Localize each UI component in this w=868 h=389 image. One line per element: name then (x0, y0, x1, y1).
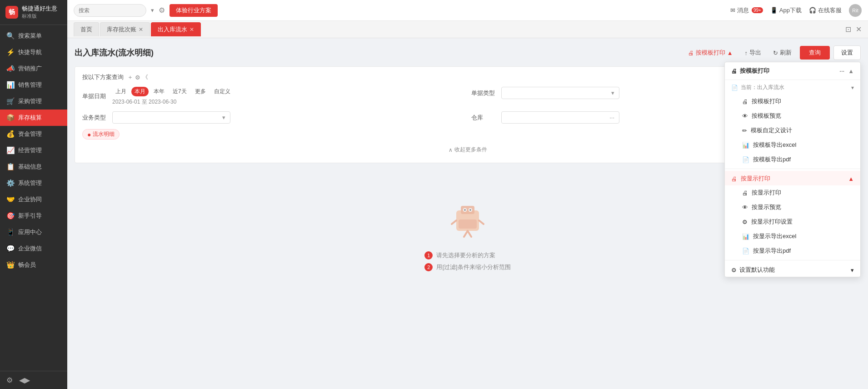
sidebar-logo: 畅 畅捷通好生意 标准版 (0, 0, 67, 25)
warehouse-label: 仓库 (471, 114, 498, 122)
guide-nav-icon: 🎯 (6, 212, 15, 220)
svg-line-10 (479, 220, 484, 224)
tab-batch[interactable]: 库存批次账 ✕ (100, 22, 150, 36)
export-button[interactable]: ↑ 导出 (741, 47, 765, 59)
sidebar-item-purchase[interactable]: 🛒 采购管理 (0, 93, 67, 110)
svg-point-4 (464, 209, 466, 211)
apps-nav-icon: 📱 (6, 228, 15, 236)
date-shortcut-last-month[interactable]: 上月 (112, 87, 130, 96)
tab-flow-close-icon[interactable]: ✕ (190, 26, 194, 33)
date-shortcut-this-month[interactable]: 本月 (131, 87, 149, 96)
date-shortcut-7days[interactable]: 近7天 (170, 87, 190, 96)
filter-tag-flow[interactable]: ● 流水明细 (82, 129, 120, 140)
tabbar-expand-icon[interactable]: ⊡ (845, 25, 851, 34)
sidebar-item-member[interactable]: 👑 畅会员 (0, 257, 67, 273)
purchase-nav-icon: 🛒 (6, 97, 15, 105)
sidebar-item-enterprise[interactable]: 🤝 企业协同 (0, 191, 67, 208)
message-icon: ✉ (730, 7, 735, 14)
dropdown-item-display-print[interactable]: 🖨 按显示打印 (725, 185, 860, 200)
basic-nav-icon: 📋 (6, 163, 15, 171)
marketing-nav-icon: 📣 (6, 65, 15, 73)
svg-line-9 (452, 220, 456, 224)
user-avatar[interactable]: Rit (849, 4, 862, 17)
dropdown-current-label: 📄 当前：出入库流水 ▾ (725, 80, 860, 94)
settings-bottom-icon[interactable]: ⚙ (6, 376, 13, 384)
message-badge: 99+ (752, 7, 763, 13)
dropdown-item-display-pdf[interactable]: 📄 按显示导出pdf (725, 244, 860, 258)
search-add-icon[interactable]: ＋ (127, 73, 133, 81)
topbar-search-chevron-icon[interactable]: ▾ (151, 7, 154, 14)
tab-flow[interactable]: 出入库流水 ✕ (151, 22, 201, 36)
dropdown-item-display-print-settings[interactable]: ⚙ 按显示打印设置 (725, 214, 860, 229)
sidebar-item-finance[interactable]: 💰 资金管理 (0, 126, 67, 142)
tab-home[interactable]: 首页 (74, 22, 99, 36)
refresh-icon: ↻ (773, 50, 778, 56)
search-settings-icon[interactable]: ⚙ (135, 74, 140, 81)
collapse-sidebar-icon[interactable]: ◀▶ (19, 376, 30, 384)
tabbar: 首页 库存批次账 ✕ 出入库流水 ✕ ⊡ ✕ (67, 21, 868, 38)
main-content: ▾ ⚙ 体验行业方案 ✉ 消息 99+ 📱 App下载 🎧 在线客服 Rit (67, 0, 868, 389)
topbar-search-input[interactable] (74, 4, 146, 17)
date-shortcut-more[interactable]: 更多 (192, 87, 209, 96)
empty-illustration (445, 197, 490, 242)
tab-batch-close-icon[interactable]: ✕ (139, 26, 143, 33)
date-label: 单据日期 (82, 92, 109, 100)
date-shortcut-this-year[interactable]: 本年 (150, 87, 168, 96)
dropdown-item-template-pdf[interactable]: 📄 按模板导出pdf (725, 152, 860, 167)
date-shortcut-custom[interactable]: 自定义 (211, 87, 234, 96)
sidebar-item-basic[interactable]: 📋 基础信息 (0, 159, 67, 175)
sidebar-item-apps[interactable]: 📱 应用中心 (0, 224, 67, 240)
empty-hints: 1 请先选择要分析的方案 2 用[过滤]条件来缩小分析范围 (424, 249, 510, 273)
dropdown-set-default[interactable]: ⚙ 设置默认功能 ▾ (725, 262, 860, 277)
app-download-item[interactable]: 📱 App下载 (770, 6, 802, 15)
dropdown-item-template-excel[interactable]: 📊 按模板导出excel (725, 138, 860, 152)
dropdown-collapse-icon[interactable]: ▲ (848, 68, 854, 75)
dropdown-item-display-excel[interactable]: 📊 按显示导出excel (725, 229, 860, 244)
dropdown-item-template-print[interactable]: 🖨 按模板打印 (725, 94, 860, 109)
sidebar-item-marketing[interactable]: 📣 营销推广 (0, 60, 67, 77)
sidebar-nav: 🔍 搜索菜单 ⚡ 快捷导航 📣 营销推广 📊 销售管理 🛒 采购管理 📦 库存核… (0, 25, 67, 371)
biz-type-select[interactable]: ▾ (112, 111, 230, 124)
wechat-nav-icon: 💬 (6, 244, 15, 253)
topbar-gear-icon[interactable]: ⚙ (159, 6, 165, 15)
biz-type-chevron-icon: ▾ (222, 114, 225, 121)
sidebar-item-operation[interactable]: 📈 经营管理 (0, 142, 67, 159)
display-preview-icon: 👁 (742, 204, 748, 211)
message-item[interactable]: ✉ 消息 99+ (730, 6, 763, 15)
voucher-type-select[interactable]: ▾ (501, 87, 619, 99)
dropdown-item-template-preview[interactable]: 👁 按模板预览 (725, 109, 860, 123)
date-shortcuts: 上月 本月 本年 近7天 更多 自定义 (112, 87, 234, 96)
collapse-chevron-icon: ∧ (449, 147, 453, 153)
online-service-item[interactable]: 🎧 在线客服 (809, 6, 842, 15)
member-nav-icon: 👑 (6, 261, 15, 269)
print-chevron-up-icon: ▲ (727, 50, 733, 56)
sidebar-item-search[interactable]: 🔍 搜索菜单 (0, 28, 67, 44)
dropdown-section-display[interactable]: 🖨 按显示打印 ▲ (725, 171, 860, 185)
sidebar-item-guide[interactable]: 🎯 新手引导 (0, 208, 67, 224)
settings-button[interactable]: 设置 (833, 45, 861, 60)
sidebar-item-sales[interactable]: 📊 销售管理 (0, 77, 67, 93)
operation-nav-icon: 📈 (6, 146, 15, 155)
print-dropdown-panel: 🖨 按模板打印 ··· ▲ 📄 当前：出入库流水 (724, 62, 861, 277)
sidebar-bottom: ⚙ ◀▶ (0, 371, 67, 389)
sales-nav-icon: 📊 (6, 81, 15, 89)
sidebar-item-shortcut[interactable]: ⚡ 快捷导航 (0, 44, 67, 60)
search-header-label: 按以下方案查询 (82, 73, 124, 81)
warehouse-chevron-icon: ··· (609, 114, 614, 121)
search-collapse-icon[interactable]: 《 (142, 73, 148, 81)
sidebar-item-system[interactable]: ⚙️ 系统管理 (0, 175, 67, 191)
dropdown-item-display-preview[interactable]: 👁 按显示预览 (725, 200, 860, 214)
dropdown-header-right: ··· ▲ (839, 68, 854, 75)
print-template-button[interactable]: 🖨 按模板打印 ▲ (684, 47, 737, 59)
industry-solution-button[interactable]: 体验行业方案 (170, 4, 218, 17)
sidebar-item-wechat[interactable]: 💬 企业微信 (0, 240, 67, 257)
warehouse-select[interactable]: ··· (501, 111, 619, 124)
query-button[interactable]: 查询 (800, 46, 830, 60)
refresh-button[interactable]: ↻ 刷新 (769, 47, 795, 59)
svg-line-8 (468, 231, 471, 237)
dropdown-item-template-custom[interactable]: ✏ 模板自定义设计 (725, 123, 860, 138)
tabbar-close-all-icon[interactable]: ✕ (856, 25, 862, 34)
sidebar-item-inventory[interactable]: 📦 库存核算 (0, 110, 67, 126)
template-print-icon: 🖨 (742, 98, 748, 105)
current-template-icon: 📄 (731, 85, 738, 91)
